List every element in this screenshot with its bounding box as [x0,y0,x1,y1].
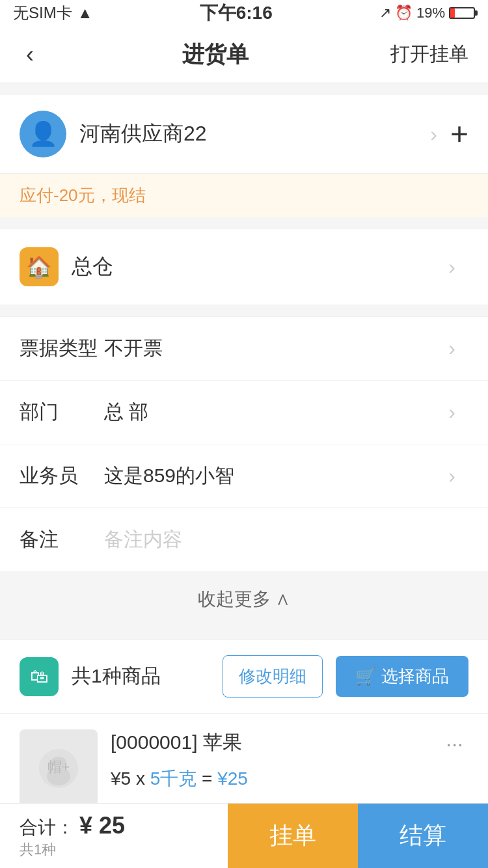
warning-text: 应付-20元，现结 [20,185,146,205]
total-sub: 共1种 [20,840,208,860]
warehouse-name: 总仓 [72,252,448,281]
invoice-type-value: 不开票 [104,335,448,362]
warehouse-section: 🏠 总仓 › [0,229,488,305]
page-title: 进货单 [182,40,249,70]
nav-bar: ‹ 进货单 打开挂单 [0,26,488,83]
cart-icon: 🛒 [355,666,376,686]
status-right: ↗ ⏰ 19% [379,5,475,21]
product-info: [0000001] 苹果 ¥5 x 5千克 = ¥25 [111,729,427,791]
salesperson-label: 业务员 [20,463,104,489]
warehouse-icon: 🏠 [20,247,59,286]
price-value: ¥5 [111,768,131,789]
salesperson-value: 这是859的小智 [104,463,448,489]
wifi-icon: ▲ [77,4,93,22]
bottom-bar: 合计： ¥ 25 共1种 挂单 结算 [0,803,488,868]
invoice-type-label: 票据类型 [20,335,104,362]
svg-text:帽+: 帽+ [47,759,70,775]
department-row[interactable]: 部门 总 部 › [0,380,488,444]
supplier-row[interactable]: 👤 河南供应商22 › + [0,95,488,174]
location-icon: ↗ [379,5,391,21]
total-row: 合计： ¥ 25 [20,812,208,840]
remark-value: 备注内容 [104,526,468,553]
status-bar: 无SIM卡 ▲ 下午6:16 ↗ ⏰ 19% [0,0,488,26]
remark-label: 备注 [20,526,104,553]
quantity-value: 5千克 [150,768,197,789]
battery-percent: 19% [416,5,445,21]
products-count: 共1种商品 [72,663,210,690]
supplier-section: 👤 河南供应商22 › + 应付-20元，现结 [0,95,488,217]
product-name: [0000001] 苹果 [111,729,427,756]
select-product-button[interactable]: 🛒 选择商品 [336,656,468,697]
products-header: 🛍 共1种商品 修改明细 🛒 选择商品 [0,639,488,713]
warning-banner: 应付-20元，现结 [0,174,488,217]
multiply-sign: x [136,768,150,789]
salesperson-chevron-icon: › [448,464,455,488]
equals-sign: = [202,768,217,789]
invoice-type-chevron-icon: › [448,336,455,360]
department-chevron-icon: › [448,400,455,424]
status-left: 无SIM卡 ▲ [13,3,92,23]
product-menu-button[interactable]: ··· [441,729,468,759]
gap-2 [0,217,488,229]
department-label: 部门 [20,399,104,426]
gap-4 [0,627,488,639]
select-product-label: 选择商品 [381,665,449,688]
total-amount: ¥ 25 [79,812,125,839]
battery-icon [449,7,475,19]
warehouse-row[interactable]: 🏠 总仓 › [0,229,488,305]
supplier-name: 河南供应商22 [79,120,430,148]
salesperson-row[interactable]: 业务员 这是859的小智 › [0,444,488,508]
gap-1 [0,83,488,95]
warehouse-chevron-icon: › [448,255,455,279]
carrier-label: 无SIM卡 [13,3,72,23]
add-button[interactable]: + [450,118,468,150]
invoice-type-row[interactable]: 票据类型 不开票 › [0,316,488,380]
open-hang-button[interactable]: 打开挂单 [390,41,468,68]
edit-detail-button[interactable]: 修改明细 [223,655,323,698]
supplier-chevron-icon: › [430,122,437,146]
status-time: 下午6:16 [200,1,273,25]
bag-icon: 🛍 [30,666,48,687]
product-thumbnail: 帽+ [20,729,98,807]
checkout-button[interactable]: 结算 [358,804,488,868]
remark-row[interactable]: 备注 备注内容 [0,508,488,571]
avatar-icon: 👤 [29,120,58,148]
total-section: 合计： ¥ 25 共1种 [0,812,228,860]
gap-3 [0,305,488,316]
product-price: ¥5 x 5千克 = ¥25 [111,766,427,791]
department-value: 总 部 [104,399,448,426]
collapse-button[interactable]: 收起更多 ∧ [0,571,488,627]
warehouse-home-icon: 🏠 [26,254,52,279]
hang-button[interactable]: 挂单 [228,804,358,868]
total-label-text: 合计： [20,815,74,840]
total-value: ¥25 [217,768,248,789]
form-section: 票据类型 不开票 › 部门 总 部 › 业务员 这是859的小智 › 备注 备注… [0,316,488,571]
back-button[interactable]: ‹ [20,34,40,75]
supplier-avatar: 👤 [20,111,66,157]
product-thumb-svg: 帽+ [33,742,85,794]
products-icon: 🛍 [20,657,59,696]
alarm-icon: ⏰ [395,5,413,21]
